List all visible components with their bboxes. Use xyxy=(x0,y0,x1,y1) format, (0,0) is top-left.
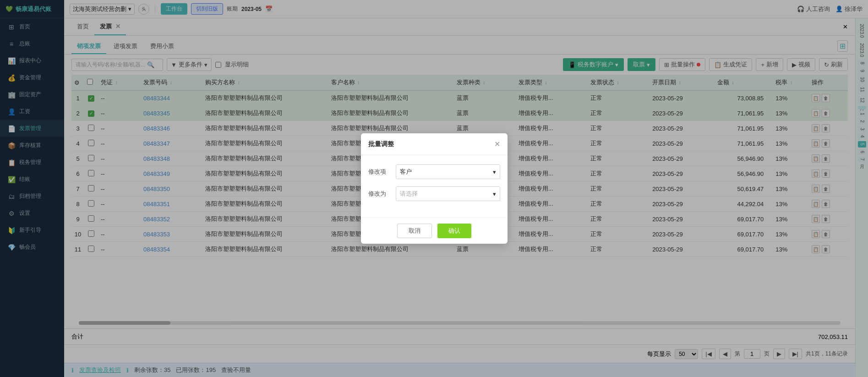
modal-title: 批量调整 xyxy=(368,140,394,148)
field-value: 客户 xyxy=(400,168,412,176)
modal-footer: 取消 确认 xyxy=(361,218,508,244)
value-label: 修改为 xyxy=(368,190,396,198)
modify-field-row: 修改项 客户 ▾ xyxy=(368,164,500,179)
value-placeholder: 请选择 xyxy=(400,190,418,198)
chevron-down-icon: ▾ xyxy=(493,169,496,175)
confirm-btn[interactable]: 确认 xyxy=(437,224,471,238)
field-select[interactable]: 客户 ▾ xyxy=(396,164,500,179)
modal-close-btn[interactable]: ✕ xyxy=(494,140,500,148)
batch-adjust-modal: 批量调整 ✕ 修改项 客户 ▾ 修改为 请选择 ▾ 取消 确认 xyxy=(361,133,508,244)
modal-header: 批量调整 ✕ xyxy=(361,133,508,155)
modify-value-row: 修改为 请选择 ▾ xyxy=(368,186,500,201)
value-select[interactable]: 请选择 ▾ xyxy=(396,186,500,201)
chevron-down-icon2: ▾ xyxy=(493,191,496,197)
modal-overlay[interactable]: 批量调整 ✕ 修改项 客户 ▾ 修改为 请选择 ▾ 取消 确认 xyxy=(0,0,868,377)
field-label: 修改项 xyxy=(368,168,396,176)
cancel-btn[interactable]: 取消 xyxy=(397,224,432,238)
modal-body: 修改项 客户 ▾ 修改为 请选择 ▾ xyxy=(361,155,508,218)
